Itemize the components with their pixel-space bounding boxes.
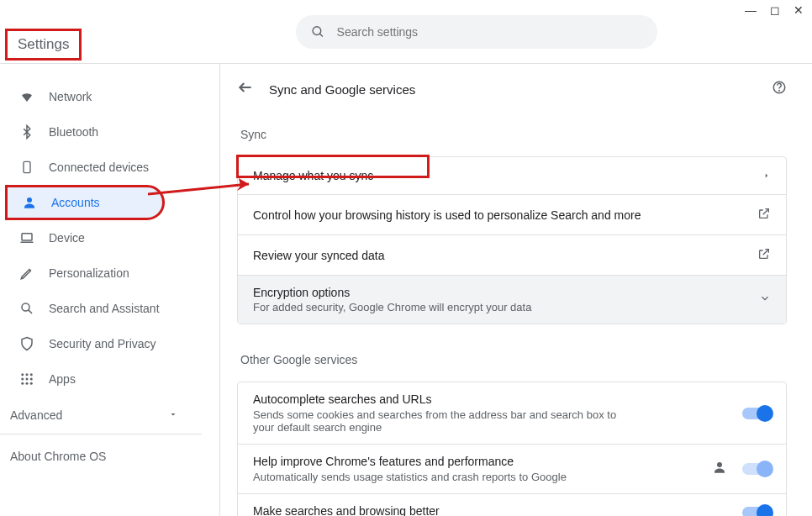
sidebar-label: Accounts [51, 196, 100, 209]
svg-point-20 [717, 462, 722, 467]
sidebar-label: Security and Privacy [49, 337, 156, 350]
about-chrome-os[interactable]: About Chrome OS [0, 434, 219, 478]
search-assistant-icon [17, 301, 37, 316]
search-icon [311, 24, 325, 39]
page-title: Sync and Google services [269, 82, 415, 97]
svg-point-10 [30, 373, 33, 376]
chevron-down-icon [168, 408, 178, 422]
annotation-box-settings: Settings [5, 29, 82, 61]
review-data-row[interactable]: Review your synced data [238, 235, 786, 276]
improve-toggle [742, 463, 771, 475]
svg-point-12 [26, 378, 29, 381]
sidebar: Network Bluetooth Connected devices Acco… [0, 64, 220, 516]
svg-point-0 [313, 27, 321, 35]
bluetooth-icon [17, 124, 37, 140]
service-sub: Automatically sends usage statistics and… [253, 471, 567, 483]
other-services-label: Other Google services [240, 353, 787, 366]
make-searches-row: Make searches and browsing better [238, 494, 786, 516]
sidebar-item-network[interactable]: Network [0, 79, 219, 114]
autocomplete-row: Autocomplete searches and URLs Sends som… [238, 382, 786, 445]
settings-title: Settings [18, 36, 69, 53]
svg-point-13 [30, 378, 33, 381]
svg-point-15 [26, 382, 29, 385]
svg-point-9 [26, 373, 29, 376]
manage-sync-row[interactable]: Manage what you sync [238, 157, 786, 195]
svg-point-14 [21, 382, 24, 385]
service-title: Help improve Chrome's features and perfo… [253, 455, 567, 468]
autocomplete-toggle[interactable] [742, 408, 771, 419]
svg-point-19 [779, 90, 780, 91]
back-button[interactable] [237, 79, 254, 99]
service-title: Autocomplete searches and URLs [253, 392, 640, 406]
svg-point-11 [21, 378, 24, 381]
sidebar-item-security[interactable]: Security and Privacy [0, 326, 219, 361]
sidebar-label: Search and Assistant [49, 302, 160, 315]
control-history-row[interactable]: Control how your browsing history is use… [238, 195, 786, 235]
services-card: Autocomplete searches and URLs Sends som… [237, 382, 787, 516]
svg-point-6 [22, 303, 29, 311]
sidebar-item-accounts[interactable]: Accounts [5, 185, 165, 220]
sidebar-label: Bluetooth [49, 125, 98, 139]
svg-line-1 [319, 34, 322, 36]
sidebar-item-connected-devices[interactable]: Connected devices [0, 150, 219, 185]
pencil-icon [17, 266, 37, 281]
review-data-label: Review your synced data [253, 249, 384, 262]
search-input[interactable] [337, 25, 642, 39]
svg-point-8 [21, 373, 24, 376]
chevron-down-icon [759, 292, 771, 308]
sidebar-label: Connected devices [49, 161, 149, 174]
encryption-sub: For added security, Google Chrome will e… [253, 301, 531, 313]
laptop-icon [17, 230, 37, 245]
help-icon[interactable] [772, 80, 787, 98]
svg-point-3 [27, 197, 32, 203]
apps-icon [17, 371, 37, 387]
content: Sync and Google services Sync Manage wha… [220, 64, 812, 516]
phone-icon [17, 160, 37, 175]
sync-section-label: Sync [240, 128, 787, 141]
encryption-title: Encryption options [253, 286, 531, 299]
advanced-toggle[interactable]: Advanced [0, 397, 202, 434]
managed-by-admin-icon [712, 460, 727, 478]
sidebar-item-search-assistant[interactable]: Search and Assistant [0, 291, 219, 326]
sidebar-item-bluetooth[interactable]: Bluetooth [0, 114, 219, 150]
shield-icon [17, 336, 37, 351]
control-history-label: Control how your browsing history is use… [253, 208, 641, 222]
sidebar-label: Device [49, 231, 85, 245]
sidebar-label: Apps [49, 372, 76, 386]
external-link-icon [757, 247, 771, 263]
sidebar-item-personalization[interactable]: Personalization [0, 255, 219, 291]
sync-card: Manage what you sync Control how your br… [237, 156, 787, 324]
header: Settings [0, 0, 812, 64]
svg-rect-4 [22, 234, 32, 240]
sidebar-label: Personalization [49, 266, 129, 280]
person-icon [19, 195, 40, 210]
searches-toggle[interactable] [742, 507, 771, 517]
manage-sync-label: Manage what you sync [253, 169, 373, 182]
advanced-label: Advanced [10, 408, 62, 422]
about-label: About Chrome OS [10, 450, 106, 463]
wifi-icon [17, 89, 37, 104]
external-link-icon [757, 207, 771, 223]
chevron-right-icon [762, 169, 771, 182]
svg-line-7 [29, 310, 32, 313]
service-title: Make searches and browsing better [253, 504, 440, 516]
improve-chrome-row: Help improve Chrome's features and perfo… [238, 445, 786, 494]
encryption-options-row[interactable]: Encryption options For added security, G… [238, 276, 786, 324]
sidebar-item-device[interactable]: Device [0, 220, 219, 255]
service-sub: Sends some cookies and searches from the… [253, 408, 640, 434]
sidebar-label: Network [49, 90, 92, 103]
svg-rect-2 [24, 161, 30, 172]
search-box[interactable] [296, 15, 657, 49]
svg-point-16 [30, 382, 33, 385]
sidebar-item-apps[interactable]: Apps [0, 361, 219, 397]
